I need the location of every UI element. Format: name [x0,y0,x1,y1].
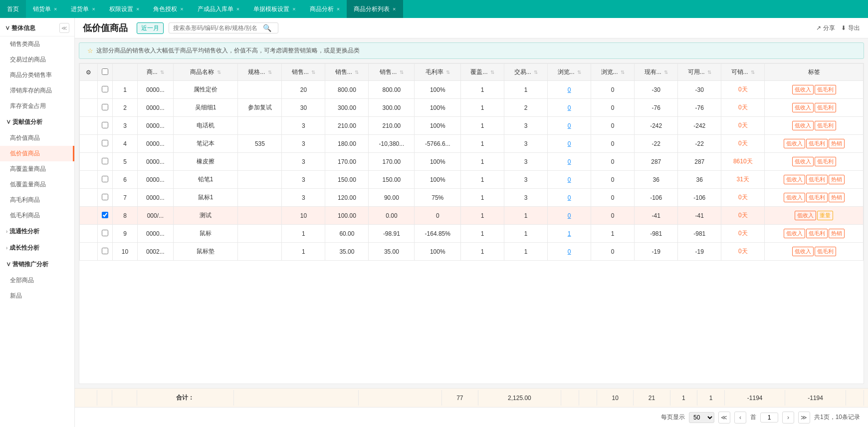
view1-link[interactable]: 0 [568,248,571,255]
row-checkbox[interactable] [102,176,108,182]
sidebar-item-slow-stock[interactable]: 滞销库存的商品 [0,83,74,98]
cell-checkbox[interactable] [98,135,113,153]
select-all-checkbox[interactable] [102,68,108,75]
nav-sales-order[interactable]: 销货单 × [26,0,64,18]
share-button[interactable]: ↗ 分享 [816,24,835,32]
close-icon[interactable]: × [54,6,57,12]
sidebar-item-traded-goods[interactable]: 交易过的商品 [0,52,74,67]
page-input[interactable] [760,413,778,423]
column-code[interactable]: 商... ⇅ [138,64,174,81]
sidebar-item-low-coverage[interactable]: 低覆盖量商品 [0,177,74,192]
close-icon[interactable]: × [180,6,183,12]
cell-view1[interactable]: 0 [548,243,591,261]
cell-view1[interactable]: 1 [548,225,591,243]
close-icon[interactable]: × [337,6,340,12]
sidebar-section-circulation[interactable]: › 流通性分析 [0,223,74,240]
search-input[interactable] [173,24,263,31]
column-spec[interactable]: 规格... ⇅ [238,64,282,81]
search-icon[interactable]: 🔍 [263,24,271,32]
row-checkbox[interactable] [102,212,108,218]
nav-role-auth[interactable]: 角色授权 × [146,0,190,18]
row-checkbox[interactable] [102,194,108,200]
cell-view1[interactable]: 0 [548,117,591,135]
cell-checkbox[interactable] [98,171,113,189]
nav-product-inbound[interactable]: 产成品入库单 × [191,0,246,18]
view1-link[interactable]: 0 [568,140,571,147]
column-name[interactable]: 商品名称 ⇅ [173,64,238,81]
nav-product-analysis-list[interactable]: 商品分析列表 × [347,0,403,18]
nav-purchase-order[interactable]: 进货单 × [64,0,102,18]
collapse-sidebar-button[interactable]: ≪ [59,23,69,33]
column-gear[interactable]: ⚙ [80,64,98,81]
column-stock3[interactable]: 可销... ⇅ [721,64,765,81]
view1-link[interactable]: 0 [568,212,571,219]
sidebar-item-high-coverage[interactable]: 高覆盖量商品 [0,161,74,177]
row-checkbox[interactable] [102,86,108,92]
cell-checkbox[interactable] [98,243,113,261]
nav-permission[interactable]: 权限设置 × [102,0,146,18]
cell-view1[interactable]: 0 [548,99,591,117]
next-page-button[interactable]: › [782,412,794,424]
sidebar-section-growth[interactable]: › 成长性分析 [0,240,74,256]
nav-home[interactable]: 首页 [0,0,26,18]
cell-view1[interactable]: 0 [548,171,591,189]
export-button[interactable]: ⬇ 导出 [841,24,860,32]
view1-link[interactable]: 0 [568,176,571,183]
cell-view1[interactable]: 0 [548,189,591,207]
view1-link[interactable]: 0 [568,122,571,129]
close-icon[interactable]: × [393,6,396,12]
cell-view1[interactable]: 0 [548,81,591,99]
sidebar-item-sales-goods[interactable]: 销售类商品 [0,36,74,52]
cell-checkbox[interactable] [98,153,113,171]
cell-checkbox[interactable] [98,117,113,135]
view1-link[interactable]: 1 [568,230,571,237]
close-icon[interactable]: × [292,6,295,12]
sidebar-item-high-margin[interactable]: 高毛利商品 [0,192,74,208]
last-page-button[interactable]: ≫ [798,412,810,424]
view1-link[interactable]: 0 [568,104,571,111]
period-button[interactable]: 近一月 [137,22,164,34]
sidebar-item-low-value[interactable]: 低价值商品 [0,146,74,161]
sidebar-item-low-margin[interactable]: 低毛利商品 [0,208,74,223]
sidebar-item-high-value[interactable]: 高价值商品 [0,130,74,146]
view1-link[interactable]: 0 [568,158,571,165]
column-trade[interactable]: 交易... ⇅ [504,64,548,81]
close-icon[interactable]: × [136,6,139,12]
close-icon[interactable]: × [236,6,239,12]
column-checkbox[interactable] [98,64,113,81]
column-margin[interactable]: 毛利率 ⇅ [415,64,461,81]
row-checkbox[interactable] [102,158,108,164]
column-view2[interactable]: 浏览... ⇅ [591,64,635,81]
column-view1[interactable]: 浏览... ⇅ [548,64,591,81]
cell-view1[interactable]: 0 [548,207,591,225]
nav-template-settings[interactable]: 单据模板设置 × [246,0,302,18]
row-checkbox[interactable] [102,104,108,110]
column-stock1[interactable]: 现有... ⇅ [635,64,678,81]
row-checkbox[interactable] [102,122,108,128]
cell-view1[interactable]: 0 [548,153,591,171]
view1-link[interactable]: 0 [568,194,571,201]
column-coverage[interactable]: 覆盖... ⇅ [461,64,504,81]
first-page-button[interactable]: ≪ [718,412,730,424]
prev-page-button[interactable]: ‹ [734,412,746,424]
nav-product-analysis[interactable]: 商品分析 × [303,0,347,18]
per-page-select[interactable]: 50 100 200 [689,412,714,423]
cell-checkbox[interactable] [98,207,113,225]
column-qty[interactable]: 销售... ⇅ [282,64,325,81]
cell-checkbox[interactable] [98,99,113,117]
close-icon[interactable]: × [92,6,95,12]
view1-link[interactable]: 0 [568,86,571,93]
row-checkbox[interactable] [102,140,108,146]
sidebar-item-all-goods[interactable]: 全部商品 [0,273,74,288]
column-price[interactable]: 销售... ⇅ [325,64,369,81]
sidebar-item-stock-capital[interactable]: 库存资金占用 [0,98,74,114]
cell-view1[interactable]: 0 [548,135,591,153]
cell-checkbox[interactable] [98,225,113,243]
column-stock2[interactable]: 可用... ⇅ [678,64,721,81]
row-checkbox[interactable] [102,248,108,254]
cell-checkbox[interactable] [98,81,113,99]
row-checkbox[interactable] [102,230,108,236]
sidebar-item-category-sales-rate[interactable]: 商品分类销售率 [0,67,74,83]
sidebar-item-new-goods[interactable]: 新品 [0,288,74,304]
column-amount[interactable]: 销售... ⇅ [369,64,415,81]
